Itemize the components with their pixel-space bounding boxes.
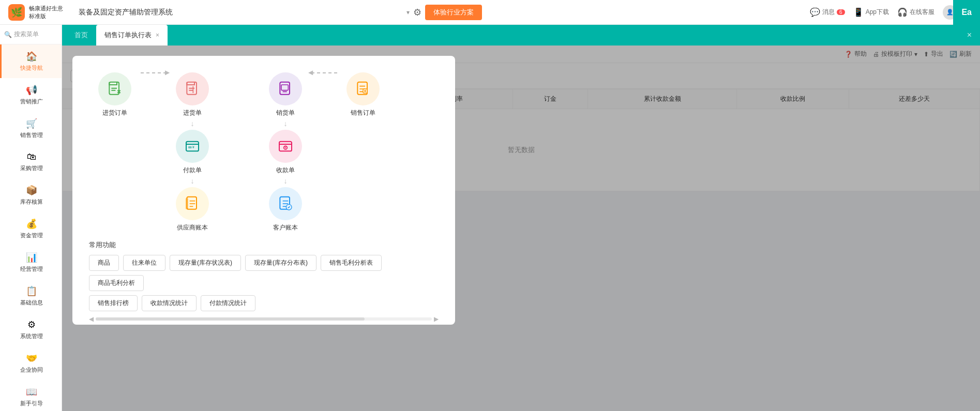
tab-close-icon[interactable]: × xyxy=(156,32,159,39)
sales-order-label: 销售订单 xyxy=(351,109,375,117)
tab-sales-order[interactable]: 销售订单执行表 × xyxy=(96,25,168,45)
receipt-label: 收款单 xyxy=(276,166,295,175)
supplier-ledger-icon xyxy=(176,187,209,220)
sidebar-item-sales[interactable]: 🛒 销售管理 xyxy=(0,112,62,145)
node-sales-bill[interactable]: 销货单 xyxy=(269,72,302,117)
message-btn[interactable]: 💬 消息 6 xyxy=(810,7,845,17)
try-btn[interactable]: 体验行业方案 xyxy=(425,5,482,20)
message-label: 消息 xyxy=(822,8,835,17)
func-btn-stock-dist[interactable]: 现存量(库存分布表) xyxy=(245,255,316,271)
func-btn-receipt-stats[interactable]: 收款情况统计 xyxy=(142,295,197,311)
inventory-label: 库存核算 xyxy=(20,198,43,206)
sales-bill-label: 销货单 xyxy=(276,109,295,117)
func-btn-stock-status[interactable]: 现存量(库存状况表) xyxy=(170,255,241,271)
logo-icon: 🌿 xyxy=(8,4,25,21)
collab-label: 企业协同 xyxy=(20,366,43,374)
node-supplier-ledger[interactable]: 供应商账本 xyxy=(176,187,209,232)
service-icon: 🎧 xyxy=(897,7,908,17)
online-service-btn[interactable]: 🎧 在线客服 xyxy=(897,7,934,17)
func-btn-sales-profit[interactable]: 销售毛利分析表 xyxy=(321,255,382,271)
node-purchase-bill[interactable]: 进货单 xyxy=(176,72,209,117)
settings-icon[interactable]: ⚙ xyxy=(413,7,421,18)
operations-label: 经营管理 xyxy=(20,265,43,273)
download-icon: 📱 xyxy=(853,7,864,17)
operations-icon: 📊 xyxy=(26,252,37,263)
sales-bill-icon xyxy=(269,72,302,105)
purchase-bill-icon xyxy=(176,72,209,105)
ea-badge: Ea xyxy=(953,0,980,25)
sidebar-item-inventory[interactable]: 📦 库存核算 xyxy=(0,178,62,212)
sidebar-item-basic[interactable]: 📋 基础信息 xyxy=(0,279,62,313)
main-content: 首页 销售订单执行表 × × ❓ 帮助 🖨 按模板打印 ▾ ⬆ 导出 xyxy=(62,25,980,411)
node-payment[interactable]: ¥ 付款单 xyxy=(176,130,209,175)
system-icon: ⚙ xyxy=(27,319,36,330)
sidebar-item-system[interactable]: ⚙ 系统管理 xyxy=(0,313,62,346)
finance-label: 资金管理 xyxy=(20,232,43,239)
svg-text:¥: ¥ xyxy=(192,145,194,149)
sales-order-icon xyxy=(346,72,380,105)
top-header: 🌿 畅康通好生意 标准版 装备及固定资产辅助管理系统 ▾ ⚙ 体验行业方案 💬 … xyxy=(0,0,980,25)
inventory-icon: 📦 xyxy=(26,185,37,196)
guide-icon: 📖 xyxy=(26,386,37,398)
func-buttons-row1: 商品 往来单位 现存量(库存状况表) 现存量(库存分布表) 销售毛利分析表 商品… xyxy=(89,255,439,291)
scroll-right-arrow[interactable]: ▶ xyxy=(434,315,439,323)
message-badge: 6 xyxy=(837,9,845,15)
scroll-track[interactable] xyxy=(96,317,432,321)
sidebar-item-purchase[interactable]: 🛍 采购管理 xyxy=(0,145,62,178)
node-sales-order[interactable]: 销售订单 xyxy=(346,72,380,117)
sidebar-item-marketing[interactable]: 📢 营销推广 xyxy=(0,78,62,112)
sidebar-item-guide[interactable]: 📖 新手引导 xyxy=(0,380,62,411)
modal-scrollbar: ◀ ▶ xyxy=(89,315,439,323)
marketing-label: 营销推广 xyxy=(20,98,43,105)
func-btn-payment-stats[interactable]: 付款情况统计 xyxy=(201,295,255,311)
sales-label: 销售管理 xyxy=(20,131,43,139)
func-btn-contacts[interactable]: 往来单位 xyxy=(123,255,165,271)
sidebar-item-finance[interactable]: 💰 资金管理 xyxy=(0,212,62,246)
quick-label: 快捷导航 xyxy=(20,64,43,72)
tab-sales-label: 销售订单执行表 xyxy=(104,31,152,40)
tab-home[interactable]: 首页 xyxy=(66,25,96,45)
page-body: ❓ 帮助 🖨 按模板打印 ▾ ⬆ 导出 🔄 刷新 📅 单据状态 xyxy=(62,45,980,411)
message-icon: 💬 xyxy=(810,7,820,17)
guide-label: 新手引导 xyxy=(20,400,43,407)
tab-bar: 首页 销售订单执行表 × × xyxy=(62,25,980,45)
common-functions: 常用功能 商品 往来单位 现存量(库存状况表) 现存量(库存分布表) 销售毛利分… xyxy=(89,240,439,311)
sidebar-item-quick[interactable]: 🏠 快捷导航 xyxy=(0,44,62,78)
common-funcs-title: 常用功能 xyxy=(89,240,439,250)
finance-icon: 💰 xyxy=(26,218,37,230)
func-btn-product-profit[interactable]: 商品毛利分析 xyxy=(89,275,144,291)
customer-ledger-label: 客户账本 xyxy=(273,223,298,232)
basic-label: 基础信息 xyxy=(20,299,43,307)
sidebar-item-operations[interactable]: 📊 经营管理 xyxy=(0,246,62,279)
collab-icon: 🤝 xyxy=(26,353,37,364)
svg-rect-15 xyxy=(186,198,188,209)
svg-rect-9 xyxy=(188,146,192,148)
logo-area: 🌿 畅康通好生意 标准版 xyxy=(8,4,70,21)
node-customer-ledger[interactable]: 客户账本 xyxy=(269,187,302,232)
tab-bar-close-icon[interactable]: × xyxy=(963,31,976,40)
logo-line1: 畅康通好生意 xyxy=(29,5,63,12)
node-purchase-order[interactable]: 进货订单 xyxy=(98,72,131,117)
supplier-ledger-label: 供应商账本 xyxy=(177,223,208,232)
node-receipt[interactable]: ¥ 收款单 xyxy=(269,130,302,175)
payment-icon: ¥ xyxy=(176,130,209,163)
purchase-bill-label: 进货单 xyxy=(183,109,202,117)
func-btn-product[interactable]: 商品 xyxy=(89,255,119,271)
logo-line2: 标准版 xyxy=(29,12,63,20)
svg-rect-17 xyxy=(281,85,288,90)
search-menu-btn[interactable]: 🔍 搜索菜单 xyxy=(0,25,62,44)
func-btn-sales-rank[interactable]: 销售排行榜 xyxy=(89,295,138,311)
receipt-icon: ¥ xyxy=(269,130,302,163)
app-download-btn[interactable]: 📱 App下载 xyxy=(853,7,889,17)
system-dropdown-arrow[interactable]: ▾ xyxy=(406,9,410,16)
func-buttons-row2: 销售排行榜 收款情况统计 付款情况统计 xyxy=(89,295,439,311)
customer-ledger-icon xyxy=(269,187,302,220)
purchase-order-icon xyxy=(98,72,131,105)
sidebar-item-collab[interactable]: 🤝 企业协同 xyxy=(0,346,62,380)
purchase-order-label: 进货订单 xyxy=(102,109,127,117)
system-name: 装备及固定资产辅助管理系统 xyxy=(79,8,406,17)
logo-text: 畅康通好生意 标准版 xyxy=(29,5,63,20)
basic-icon: 📋 xyxy=(26,285,37,297)
marketing-icon: 📢 xyxy=(26,84,37,96)
search-label: 搜索菜单 xyxy=(14,30,39,39)
